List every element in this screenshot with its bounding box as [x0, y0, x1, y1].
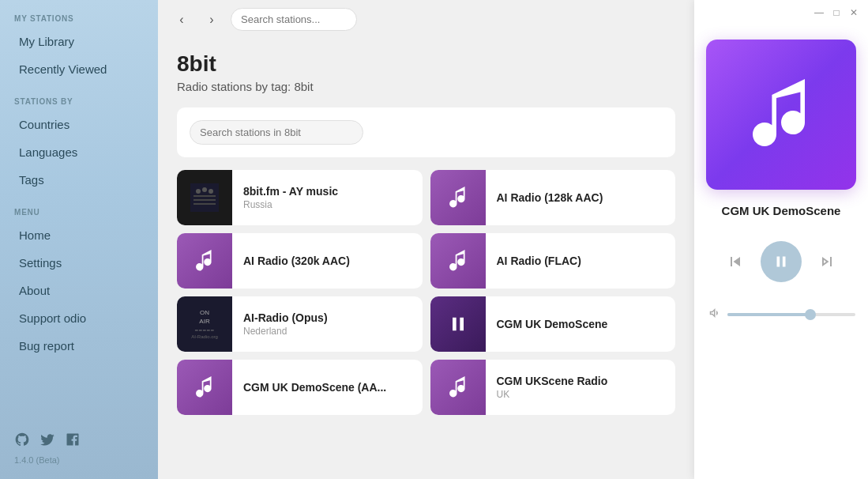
- facebook-icon[interactable]: [65, 432, 81, 447]
- page-title: 8bit: [177, 51, 675, 77]
- station-info: AI Radio (128k AAC): [486, 183, 676, 212]
- station-card[interactable]: AI Radio (320k AAC): [177, 233, 423, 289]
- sidebar-item-about[interactable]: About: [5, 277, 153, 304]
- next-button[interactable]: [817, 252, 836, 271]
- station-card[interactable]: 8bit.fm - AY musicRussia: [177, 170, 423, 225]
- svg-point-3: [209, 189, 213, 194]
- station-logo: [430, 233, 486, 289]
- station-name: AI Radio (128k AAC): [497, 191, 665, 204]
- station-sub: Nederland: [243, 326, 411, 337]
- station-logo: ONAIR━━━━━AI-Radio.org: [177, 296, 232, 352]
- stations-grid: 8bit.fm - AY musicRussiaAI Radio (128k A…: [177, 170, 675, 415]
- svg-rect-6: [194, 203, 216, 205]
- station-name: CGM UK DemoScene (AA...: [243, 381, 411, 394]
- player-panel: — □ ✕ CGM UK DemoScene: [694, 0, 868, 479]
- station-info: CGM UKScene RadioUK: [486, 367, 676, 408]
- volume-icon: [707, 306, 721, 323]
- stations-search-container: [177, 107, 675, 157]
- station-card[interactable]: ONAIR━━━━━AI-Radio.orgAI-Radio (Opus)Ned…: [177, 296, 423, 352]
- volume-thumb[interactable]: [805, 309, 816, 320]
- station-sub: UK: [497, 389, 665, 400]
- sidebar-item-recently-viewed[interactable]: Recently Viewed: [5, 56, 153, 82]
- now-playing-title: CGM UK DemoScene: [709, 204, 854, 217]
- station-logo: [177, 233, 232, 289]
- volume-container: [694, 306, 868, 323]
- station-name: 8bit.fm - AY music: [243, 185, 411, 198]
- github-icon[interactable]: [14, 432, 30, 447]
- svg-point-1: [196, 189, 201, 194]
- music-note-icon: [750, 79, 813, 150]
- forward-button[interactable]: ›: [201, 9, 223, 31]
- svg-point-2: [202, 187, 207, 192]
- station-card[interactable]: CGM UK DemoScene: [430, 296, 676, 352]
- station-name: CGM UK DemoScene: [497, 318, 665, 330]
- station-info: AI Radio (FLAC): [486, 247, 676, 275]
- sidebar-item-support[interactable]: Support odio: [5, 305, 153, 331]
- sidebar-item-home[interactable]: Home: [5, 222, 153, 248]
- my-stations-label: MY STATIONS: [0, 0, 158, 28]
- station-logo: [177, 360, 232, 415]
- stations-search-input[interactable]: [190, 120, 363, 145]
- global-search-input[interactable]: [231, 8, 357, 31]
- close-button[interactable]: ✕: [847, 6, 860, 19]
- album-art: [706, 40, 856, 190]
- minimize-button[interactable]: —: [813, 6, 825, 19]
- player-controls: [726, 241, 836, 282]
- volume-fill: [727, 313, 810, 316]
- volume-slider[interactable]: [727, 313, 855, 316]
- back-button[interactable]: ‹: [171, 9, 193, 31]
- svg-rect-5: [194, 199, 216, 201]
- station-card[interactable]: CGM UKScene RadioUK: [430, 360, 676, 415]
- sidebar: MY STATIONS My Library Recently Viewed S…: [0, 0, 158, 479]
- station-sub: Russia: [243, 199, 411, 210]
- menu-label: MENU: [0, 194, 158, 221]
- station-logo: [430, 360, 486, 415]
- twitter-icon[interactable]: [39, 432, 55, 447]
- page-subtitle: Radio stations by tag: 8bit: [177, 80, 675, 93]
- station-name: AI-Radio (Opus): [243, 311, 411, 324]
- main-content: ‹ › 8bit Radio stations by tag: 8bit 8bi…: [158, 0, 694, 479]
- station-info: AI-Radio (Opus)Nederland: [232, 304, 423, 345]
- station-name: CGM UKScene Radio: [497, 375, 665, 387]
- sidebar-item-my-library[interactable]: My Library: [5, 28, 153, 55]
- play-pause-button[interactable]: [761, 241, 802, 282]
- station-name: AI Radio (320k AAC): [243, 255, 411, 267]
- station-info: CGM UK DemoScene: [486, 310, 676, 338]
- svg-rect-4: [194, 195, 216, 197]
- sidebar-item-countries[interactable]: Countries: [5, 111, 153, 138]
- sidebar-item-settings[interactable]: Settings: [5, 250, 153, 276]
- station-card[interactable]: CGM UK DemoScene (AA...: [177, 360, 423, 415]
- station-name: AI Radio (FLAC): [497, 255, 665, 267]
- window-controls: — □ ✕: [813, 6, 860, 19]
- topbar: ‹ ›: [158, 0, 694, 39]
- station-logo: [430, 296, 486, 352]
- station-logo: [430, 170, 486, 225]
- version-label: 1.4.0 (Beta): [0, 454, 158, 471]
- maximize-button[interactable]: □: [830, 6, 843, 19]
- page-body: 8bit Radio stations by tag: 8bit 8bit.fm…: [158, 39, 694, 479]
- sidebar-item-languages[interactable]: Languages: [5, 139, 153, 165]
- station-logo: [177, 170, 232, 225]
- station-card[interactable]: AI Radio (128k AAC): [430, 170, 676, 225]
- station-info: 8bit.fm - AY musicRussia: [232, 177, 423, 218]
- prev-button[interactable]: [726, 252, 745, 271]
- sidebar-item-bug-report[interactable]: Bug report: [5, 333, 153, 359]
- station-info: AI Radio (320k AAC): [232, 247, 423, 275]
- stations-by-label: STATIONS BY: [0, 83, 158, 111]
- station-info: CGM UK DemoScene (AA...: [232, 373, 423, 402]
- station-card[interactable]: AI Radio (FLAC): [430, 233, 676, 289]
- sidebar-item-tags[interactable]: Tags: [5, 167, 153, 193]
- social-links: [0, 425, 158, 454]
